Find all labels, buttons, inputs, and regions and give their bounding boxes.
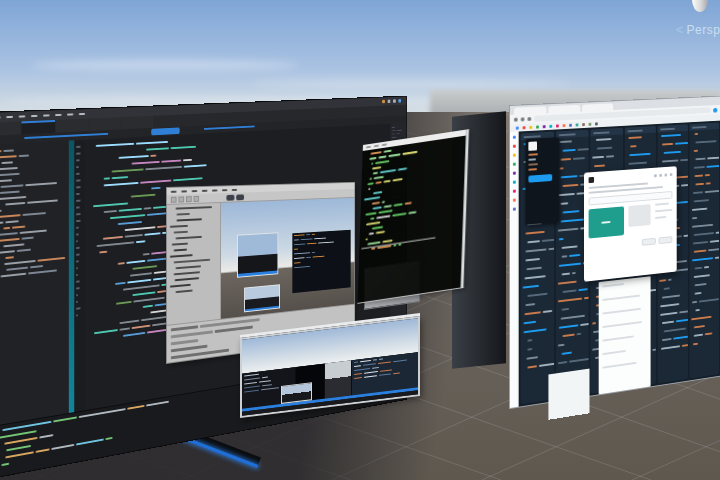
play-button[interactable] [226,194,234,200]
profile-hovercard[interactable] [526,137,559,224]
terminal-window[interactable] [357,129,469,304]
unity-hierarchy-panel[interactable] [167,203,221,325]
terminal-output[interactable] [358,136,466,303]
nested-monitor-small [244,284,280,313]
browser-sidebar[interactable] [510,132,519,408]
progress-bar [24,133,108,139]
monitor-nested-screen [325,360,351,398]
editor-window-buttons[interactable] [382,99,401,103]
browser-page[interactable] [510,121,720,408]
scale-tool-button[interactable] [186,196,192,202]
pause-button[interactable] [236,194,244,200]
projection-mode-label[interactable]: <Persp [676,23,720,37]
chevron-left-icon: < [676,23,684,37]
color-swatch-selected[interactable] [589,206,624,238]
modal-icon [589,177,595,183]
modal-button[interactable] [658,236,672,244]
run-button[interactable] [151,127,179,135]
cloud [250,80,570,88]
follow-button[interactable] [528,174,552,183]
scene-viewport[interactable]: <Persp [0,0,720,480]
page-white-card[interactable] [548,369,589,420]
editor-line-numbers [74,140,85,412]
nested-dark-screen [292,230,351,293]
nested-monitor [237,232,279,278]
unity-scene-view[interactable] [221,198,354,319]
settings-modal[interactable] [584,166,677,282]
rotate-tool-button[interactable] [178,196,184,202]
editor-menubar[interactable] [0,113,85,119]
editor-sidebar[interactable] [0,141,69,427]
move-tool-button[interactable] [171,196,177,202]
feed-column[interactable] [689,123,719,379]
hovercard-avatar[interactable] [528,141,537,150]
cloud [30,60,300,70]
modal-button[interactable] [642,238,656,246]
browser-window[interactable] [510,97,720,408]
profile-avatar[interactable] [713,107,717,112]
color-swatch[interactable] [628,204,650,227]
modal-header-icons[interactable] [654,173,672,177]
progress-bar [204,126,254,130]
browser-nav-buttons[interactable] [514,117,531,122]
rect-tool-button[interactable] [194,195,200,201]
page-detail-panel[interactable] [599,276,651,394]
